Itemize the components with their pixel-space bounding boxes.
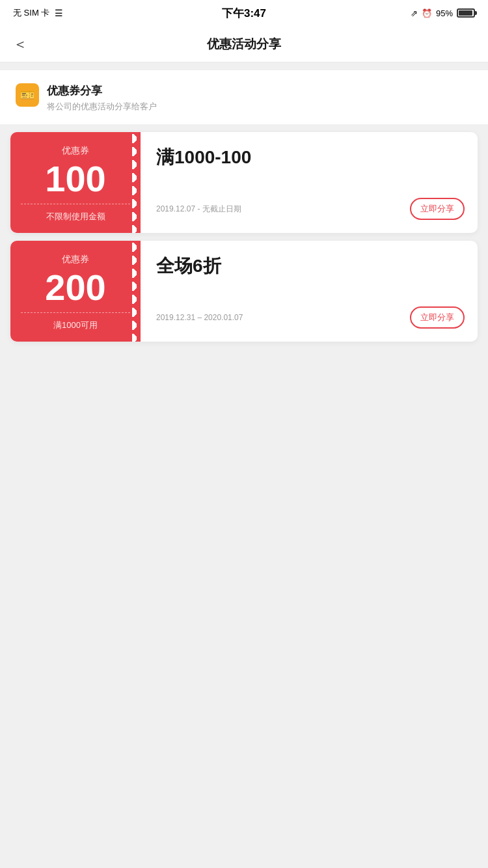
coupon-label-1: 优惠券 — [62, 145, 89, 157]
empty-area — [0, 349, 488, 740]
share-button-2[interactable]: 立即分享 — [410, 306, 465, 329]
share-button-1[interactable]: 立即分享 — [410, 198, 465, 220]
coupon-right-2: 全场6折 2019.12.31 – 2020.01.07 立即分享 — [141, 241, 478, 342]
back-button[interactable]: ＜ — [13, 34, 27, 54]
coupon-card-1: 优惠券 100 不限制使用金额 满1000-100 2019.12.07 - 无… — [10, 132, 478, 233]
coupon-date-1: 2019.12.07 - 无截止日期 — [156, 204, 410, 215]
wifi-icon: ☰ — [55, 8, 63, 18]
sim-label: 无 SIM 卡 — [13, 7, 49, 19]
coupon-list: 优惠券 100 不限制使用金额 满1000-100 2019.12.07 - 无… — [0, 132, 488, 342]
coupon-left-2: 优惠券 200 满1000可用 — [10, 241, 141, 342]
coupon-right-1: 满1000-100 2019.12.07 - 无截止日期 立即分享 — [141, 132, 478, 233]
location-icon: ⇗ — [411, 8, 418, 18]
battery-icon — [457, 8, 475, 18]
status-time: 下午3:47 — [222, 6, 266, 21]
section-icon: 🎫 — [16, 83, 39, 107]
coupon-bottom-2: 2019.12.31 – 2020.01.07 立即分享 — [156, 306, 465, 329]
coupon-label-2: 优惠券 — [62, 254, 89, 265]
separator-top — [0, 62, 488, 70]
coupon-date-2: 2019.12.31 – 2020.01.07 — [156, 313, 410, 322]
coupon-divider-1 — [21, 204, 130, 204]
section-text: 优惠券分享 将公司的优惠活动分享给客户 — [47, 83, 157, 113]
coupon-amount-1: 100 — [45, 161, 105, 197]
section-title: 优惠券分享 — [47, 83, 157, 98]
section-header: 🎫 优惠券分享 将公司的优惠活动分享给客户 — [0, 70, 488, 124]
status-left: 无 SIM 卡 ☰ — [13, 7, 63, 19]
coupon-condition-2: 满1000可用 — [53, 319, 98, 331]
coupon-name-1: 满1000-100 — [156, 145, 465, 170]
coupon-condition-1: 不限制使用金额 — [46, 211, 105, 223]
alarm-icon: ⏰ — [422, 8, 432, 18]
coupon-left-1: 优惠券 100 不限制使用金额 — [10, 132, 141, 233]
page-title: 优惠活动分享 — [207, 36, 281, 53]
nav-bar: ＜ 优惠活动分享 — [0, 26, 488, 62]
section-subtitle: 将公司的优惠活动分享给客户 — [47, 101, 157, 113]
coupon-card-2: 优惠券 200 满1000可用 全场6折 2019.12.31 – 2020.0… — [10, 241, 478, 342]
battery-pct: 95% — [436, 8, 453, 18]
coupon-bottom-1: 2019.12.07 - 无截止日期 立即分享 — [156, 198, 465, 220]
coupon-icon: 🎫 — [20, 88, 34, 102]
status-bar: 无 SIM 卡 ☰ 下午3:47 ⇗ ⏰ 95% — [0, 0, 488, 26]
coupon-name-2: 全场6折 — [156, 254, 465, 278]
status-right: ⇗ ⏰ 95% — [411, 8, 475, 18]
coupon-amount-2: 200 — [45, 269, 105, 306]
coupon-divider-2 — [21, 312, 130, 313]
